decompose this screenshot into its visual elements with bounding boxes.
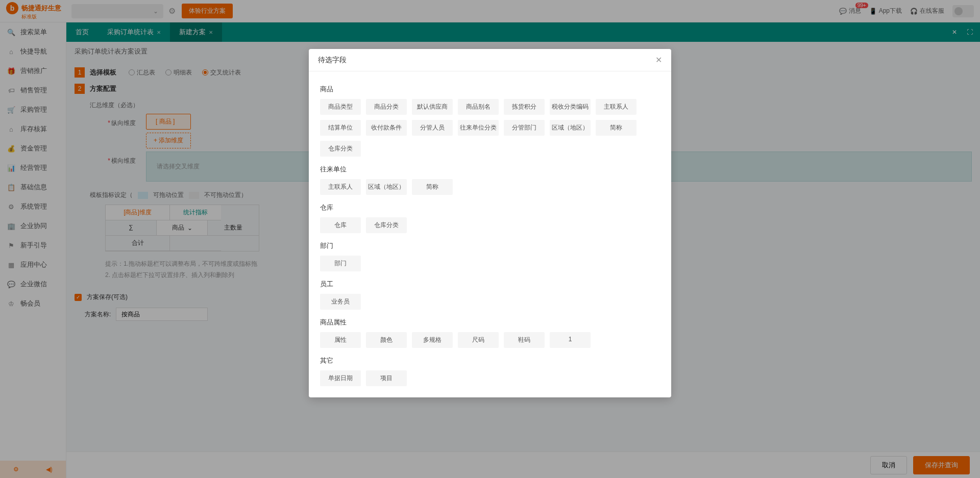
field-chip-row-4: 业务员: [320, 294, 660, 310]
field-chip[interactable]: 往来单位分类: [458, 120, 499, 136]
field-section-title-6: 其它: [320, 356, 660, 365]
field-chip[interactable]: 主联系人: [596, 99, 636, 115]
field-chip-row-6: 单据日期项目: [320, 370, 660, 386]
modal-title: 待选字段: [318, 56, 347, 65]
field-section-title-0: 商品: [320, 85, 660, 94]
field-chip[interactable]: 结算单位: [320, 120, 361, 136]
field-chip[interactable]: 属性: [320, 332, 361, 348]
field-chip[interactable]: 鞋码: [504, 332, 545, 348]
field-section-title-5: 商品属性: [320, 318, 660, 327]
field-chip[interactable]: 区域（地区）: [550, 120, 591, 136]
field-chip[interactable]: 颜色: [366, 332, 407, 348]
field-chip[interactable]: 单据日期: [320, 370, 361, 386]
field-chip[interactable]: 分管部门: [504, 120, 545, 136]
field-section-title-2: 仓库: [320, 203, 660, 212]
field-chip[interactable]: 收付款条件: [366, 120, 407, 136]
field-section-title-1: 往来单位: [320, 165, 660, 174]
close-icon[interactable]: ✕: [655, 55, 662, 65]
field-chip[interactable]: 商品分类: [366, 99, 407, 115]
field-chip-row-5: 属性颜色多规格尺码鞋码1: [320, 332, 660, 348]
field-chip[interactable]: 仓库分类: [320, 141, 361, 157]
field-chip[interactable]: 多规格: [412, 332, 453, 348]
field-chip[interactable]: 仓库分类: [366, 217, 407, 233]
field-chip[interactable]: 分管人员: [412, 120, 453, 136]
field-section-title-4: 员工: [320, 280, 660, 289]
field-chip-row-3: 部门: [320, 256, 660, 271]
field-chip[interactable]: 主联系人: [320, 179, 361, 195]
field-chip-row-2: 仓库仓库分类: [320, 217, 660, 233]
modal-header: 待选字段 ✕: [309, 49, 671, 71]
field-chip[interactable]: 1: [550, 332, 591, 348]
field-chip-row-0: 商品类型商品分类默认供应商商品别名拣货积分税收分类编码主联系人结算单位收付款条件…: [320, 99, 660, 157]
field-chip[interactable]: 区域（地区）: [366, 179, 407, 195]
field-chip[interactable]: 税收分类编码: [550, 99, 591, 115]
field-chip[interactable]: 仓库: [320, 217, 361, 233]
field-chip[interactable]: 部门: [320, 256, 361, 271]
field-chip[interactable]: 拣货积分: [504, 99, 545, 115]
field-chip[interactable]: 项目: [366, 370, 407, 386]
field-chip-row-1: 主联系人区域（地区）简称: [320, 179, 660, 195]
field-chip[interactable]: 商品类型: [320, 99, 361, 115]
modal-body: 商品商品类型商品分类默认供应商商品别名拣货积分税收分类编码主联系人结算单位收付款…: [309, 71, 671, 397]
field-chip[interactable]: 默认供应商: [412, 99, 453, 115]
field-chip[interactable]: 简称: [596, 120, 636, 136]
field-chip[interactable]: 尺码: [458, 332, 499, 348]
field-selector-modal: 待选字段 ✕ 商品商品类型商品分类默认供应商商品别名拣货积分税收分类编码主联系人…: [309, 49, 671, 397]
field-chip[interactable]: 简称: [412, 179, 453, 195]
field-section-title-3: 部门: [320, 241, 660, 250]
field-chip[interactable]: 业务员: [320, 294, 361, 310]
field-chip[interactable]: 商品别名: [458, 99, 499, 115]
